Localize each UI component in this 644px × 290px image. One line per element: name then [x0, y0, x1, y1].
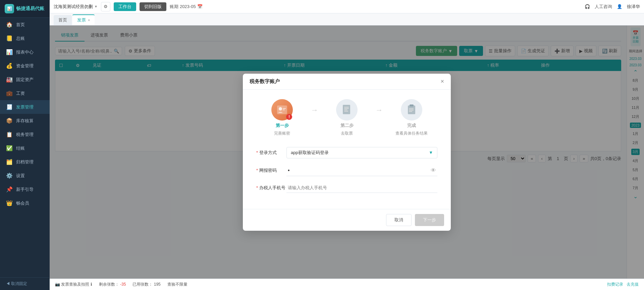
- clipboard-icon: [406, 104, 418, 116]
- req-star-3: *: [256, 185, 258, 190]
- switch-version-button[interactable]: 切到旧版: [140, 2, 166, 11]
- guide-icon: 📌: [6, 186, 13, 193]
- status-links: 扣费记录 去充值: [607, 282, 639, 287]
- password-field[interactable]: [288, 167, 431, 173]
- cancel-button[interactable]: 取消: [386, 214, 412, 226]
- svg-rect-8: [344, 111, 348, 112]
- topbar-right: 🎧 人工咨询 👤 徐泽华: [585, 4, 640, 10]
- app-logo: 📊 畅捷通易代账: [0, 0, 50, 18]
- step-1-error-badge: !: [286, 114, 292, 120]
- sidebar-item-ledger[interactable]: 📒 总账: [0, 31, 50, 45]
- step-2-desc: 去取票: [341, 131, 353, 136]
- tab-close-icon[interactable]: ×: [88, 18, 90, 22]
- workspace-button[interactable]: 工作台: [114, 2, 136, 11]
- status-bar: 📷 发票查验及拍照 ℹ 剩余张数： -35 已用张数： 195 查验不限量 扣费…: [50, 279, 644, 290]
- deduction-record-link[interactable]: 扣费记录: [607, 282, 623, 287]
- svg-point-1: [279, 107, 282, 111]
- member-icon: 👑: [6, 200, 13, 206]
- sidebar-item-report[interactable]: 📊 报表中心: [0, 45, 50, 59]
- home-icon: 🏠: [6, 21, 13, 28]
- svg-rect-6: [344, 108, 349, 109]
- used-display: 已用张数： 195: [132, 282, 160, 287]
- logo-text: 畅捷通易代账: [16, 6, 44, 12]
- sidebar-item-home[interactable]: 🏠 首页: [0, 18, 50, 31]
- sidebar-item-funds[interactable]: 💰 资金管理: [0, 59, 50, 73]
- svg-rect-5: [344, 107, 349, 107]
- company-selector[interactable]: 沈海英测试经营勿删 ▼: [54, 4, 98, 10]
- period-label: 账期: [170, 4, 178, 10]
- step-3-icon: [401, 99, 422, 121]
- support-text[interactable]: 人工咨询: [595, 4, 612, 10]
- sidebar-item-member[interactable]: 👑 畅会员: [0, 196, 50, 210]
- tab-invoice[interactable]: 发票 ×: [72, 14, 95, 25]
- funds-icon: 💰: [6, 63, 13, 69]
- company-name: 沈海英测试经营勿删: [54, 4, 93, 10]
- dialog-footer: 取消 下一步: [243, 209, 451, 231]
- sidebar-label-home: 首页: [16, 22, 25, 28]
- sidebar-label-invoice: 发票管理: [16, 104, 34, 110]
- assets-icon: 🏭: [6, 76, 13, 83]
- remaining-display: 剩余张数： -35: [99, 282, 126, 287]
- period-value: 2023-05: [180, 4, 196, 9]
- calendar-icon[interactable]: 📅: [197, 4, 203, 9]
- phone-label: * 办税人手机号: [256, 185, 286, 191]
- topbar: 沈海英测试经营勿删 ▼ ⚙ 工作台 切到旧版 账期 2023-05 📅 🎧 人工…: [50, 0, 644, 13]
- sidebar-label-guide: 新手引导: [16, 187, 34, 193]
- step-2: 第二步 去取票: [321, 99, 373, 136]
- sidebar-label-report: 报表中心: [16, 49, 34, 55]
- svg-rect-12: [409, 110, 414, 111]
- unpin-label: ◀ 取消固定: [6, 281, 27, 287]
- sidebar-item-assets[interactable]: 🏭 固定资产: [0, 73, 50, 86]
- step-1-icon: !: [271, 99, 293, 121]
- settle-icon: ✅: [6, 145, 13, 151]
- unpin-button[interactable]: ◀ 取消固定: [0, 277, 50, 290]
- step-3: 完成 查看具体任务结果: [385, 99, 437, 136]
- sidebar-item-tax[interactable]: 📋 税务管理: [0, 128, 50, 141]
- sidebar: 📊 畅捷通易代账 🏠 首页 📒 总账 📊 报表中心 💰 资金管理 🏭 固定资产 …: [0, 0, 50, 290]
- recharge-link[interactable]: 去充值: [627, 282, 639, 287]
- tab-bar: 首页 发票 ×: [50, 13, 644, 25]
- sidebar-label-ledger: 总账: [16, 35, 25, 42]
- step-1: ! 第一步 完善账密: [256, 99, 308, 136]
- tax-icon: 📋: [6, 131, 13, 138]
- sidebar-item-inventory[interactable]: 📦 库存核算: [0, 114, 50, 128]
- next-step-button[interactable]: 下一步: [415, 214, 444, 226]
- step-2-icon: [336, 99, 358, 121]
- report-icon: 📊: [6, 49, 13, 55]
- modal-overlay: 税务数字账户 ×: [50, 25, 644, 279]
- support-label: 🎧: [585, 4, 590, 9]
- tab-home-label: 首页: [58, 17, 67, 23]
- sidebar-item-archive[interactable]: 🗂️ 归档管理: [0, 155, 50, 169]
- password-toggle-icon[interactable]: 👁: [431, 167, 436, 173]
- sidebar-item-settle[interactable]: ✅ 结账: [0, 141, 50, 155]
- login-method-select[interactable]: app获取验证码登录 ▼: [286, 147, 437, 158]
- req-star-1: *: [256, 150, 258, 155]
- sidebar-label-settings: 设置: [16, 173, 25, 179]
- phone-input[interactable]: [286, 183, 437, 193]
- password-row: * 网报密码 👁: [256, 165, 437, 176]
- dialog-header: 税务数字账户 ×: [243, 74, 451, 90]
- sidebar-item-invoice[interactable]: 🧾 发票管理: [0, 100, 50, 114]
- dialog-close-button[interactable]: ×: [440, 78, 444, 84]
- step-arrow-2: →: [373, 106, 385, 115]
- logo-icon: 📊: [5, 4, 14, 13]
- sidebar-label-archive: 归档管理: [16, 159, 34, 165]
- inventory-icon: 📦: [6, 118, 13, 124]
- svg-rect-10: [410, 104, 414, 106]
- sidebar-label-assets: 固定资产: [16, 77, 34, 83]
- content-area: 销项发票 进项发票 费用小票 🔍: [50, 25, 644, 279]
- step-2-label: 第二步: [340, 123, 354, 129]
- tab-home[interactable]: 首页: [54, 15, 72, 25]
- sidebar-item-settings[interactable]: ⚙️ 设置: [0, 169, 50, 183]
- invoice-icon: 🧾: [6, 104, 13, 110]
- step-1-desc: 完善账密: [274, 131, 290, 136]
- sidebar-item-salary[interactable]: 💼 工资: [0, 86, 50, 100]
- svg-rect-3: [283, 110, 285, 110]
- sidebar-label-inventory: 库存核算: [16, 118, 34, 124]
- ledger-icon: 📒: [6, 35, 13, 42]
- sidebar-item-guide[interactable]: 📌 新手引导: [0, 183, 50, 196]
- person-card-icon: [276, 104, 288, 116]
- refresh-icon-btn[interactable]: ⚙: [101, 2, 110, 11]
- main-area: 沈海英测试经营勿删 ▼ ⚙ 工作台 切到旧版 账期 2023-05 📅 🎧 人工…: [50, 0, 644, 290]
- sidebar-label-settle: 结账: [16, 145, 25, 151]
